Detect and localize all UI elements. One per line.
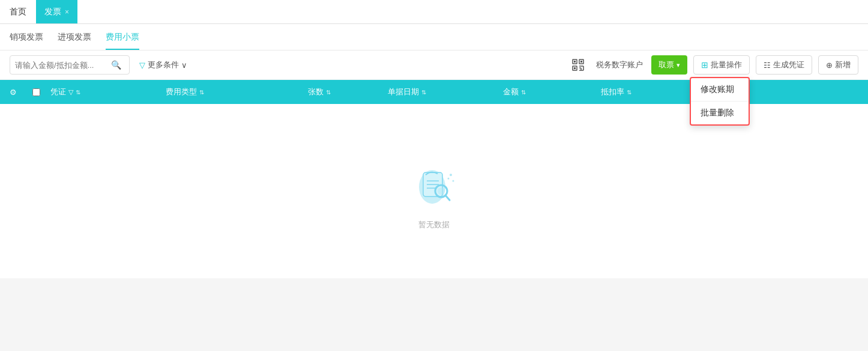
modify-period-item[interactable]: 修改账期 xyxy=(691,78,749,102)
tax-account-label: 税务数字账户 xyxy=(596,60,643,69)
gen-voucher-label: 生成凭证 xyxy=(773,60,804,70)
sub-nav-expense-receipt[interactable]: 费用小票 xyxy=(106,24,139,50)
invoice-tab[interactable]: 发票 × xyxy=(36,0,77,23)
toolbar: 🔍 ▽ 更多条件 ∨ 税务数字账户 xyxy=(0,50,868,80)
sub-nav: 销项发票 进项发票 费用小票 xyxy=(0,24,868,50)
take-ticket-button[interactable]: 取票 ▾ xyxy=(651,55,687,75)
th-amount-sort-icon[interactable]: ⇅ xyxy=(521,89,526,96)
th-date-sort-icon[interactable]: ⇅ xyxy=(421,89,426,96)
th-count[interactable]: 张数 ⇅ xyxy=(303,87,384,97)
batch-op-dropdown: 修改账期 批量删除 xyxy=(690,77,750,126)
th-expense-type-label: 费用类型 xyxy=(166,87,197,97)
svg-point-17 xyxy=(438,188,445,195)
gen-voucher-button[interactable]: ☷ 生成凭证 xyxy=(756,55,812,75)
svg-rect-3 xyxy=(574,61,576,63)
batch-op-label: 批量操作 xyxy=(711,60,742,70)
search-icon: 🔍 xyxy=(111,60,121,70)
take-ticket-label: 取票 xyxy=(659,60,674,70)
invoice-tab-label: 发票 xyxy=(44,7,61,17)
add-icon: ⊕ xyxy=(826,61,833,70)
batch-icon: ⊞ xyxy=(701,60,708,70)
batch-delete-item[interactable]: 批量删除 xyxy=(691,102,749,124)
th-count-label: 张数 xyxy=(308,87,324,97)
th-deduction-rate-sort-icon[interactable]: ⇅ xyxy=(627,89,631,96)
search-input[interactable] xyxy=(15,61,111,70)
filter-icon: ▽ xyxy=(139,61,145,70)
svg-rect-5 xyxy=(574,67,576,69)
th-checkbox[interactable] xyxy=(26,88,46,96)
toolbar-left: 🔍 ▽ 更多条件 ∨ xyxy=(10,55,562,75)
svg-line-18 xyxy=(445,195,450,200)
sub-nav-sales-invoice[interactable]: 销项发票 xyxy=(10,24,43,50)
qr-icon xyxy=(572,59,584,71)
empty-state-icon xyxy=(404,152,464,212)
svg-rect-4 xyxy=(580,61,582,63)
th-voucher-filter-icon: ▽ xyxy=(68,88,73,96)
batch-op-button[interactable]: ⊞ 批量操作 xyxy=(693,55,750,75)
th-voucher-sort-icon[interactable]: ⇅ xyxy=(76,89,80,96)
filter-button[interactable]: ▽ 更多条件 ∨ xyxy=(134,57,192,73)
home-tab[interactable]: 首页 xyxy=(0,0,36,23)
qr-code-button[interactable] xyxy=(568,55,588,75)
svg-point-21 xyxy=(448,178,450,180)
top-nav: 首页 发票 × xyxy=(0,0,868,24)
batch-op-container: ⊞ 批量操作 修改账期 批量删除 xyxy=(693,55,750,75)
select-all-checkbox[interactable] xyxy=(32,88,40,96)
th-amount[interactable]: 金额 ⇅ xyxy=(498,87,596,97)
empty-state-text: 暂无数据 xyxy=(418,219,450,230)
chevron-down-icon: ∨ xyxy=(181,61,187,70)
search-wrap: 🔍 xyxy=(10,55,130,75)
th-expense-type[interactable]: 费用类型 ⇅ xyxy=(161,87,303,97)
add-button[interactable]: ⊕ 新增 xyxy=(818,55,858,75)
home-label: 首页 xyxy=(10,7,26,17)
th-date-label: 单据日期 xyxy=(388,87,419,97)
th-voucher[interactable]: 凭证 ▽ ⇅ xyxy=(46,87,161,97)
th-expense-type-sort-icon[interactable]: ⇅ xyxy=(199,89,204,96)
th-settings[interactable]: ⚙ xyxy=(5,88,26,97)
th-date[interactable]: 单据日期 ⇅ xyxy=(383,87,498,97)
add-label: 新增 xyxy=(835,60,851,70)
th-amount-label: 金额 xyxy=(503,87,519,97)
th-count-sort-icon[interactable]: ⇅ xyxy=(326,89,331,96)
settings-icon: ⚙ xyxy=(10,88,17,97)
empty-state: 暂无数据 xyxy=(0,104,868,278)
th-voucher-label: 凭证 xyxy=(50,87,66,97)
gen-voucher-icon: ☷ xyxy=(764,61,771,70)
filter-label: 更多条件 xyxy=(148,60,179,70)
th-deduction-rate[interactable]: 抵扣率 ⇅ xyxy=(596,87,694,97)
take-ticket-chevron-icon: ▾ xyxy=(677,61,680,69)
tax-account-button[interactable]: 税务数字账户 xyxy=(594,60,645,70)
sub-nav-purchase-invoice[interactable]: 进项发票 xyxy=(58,24,91,50)
close-icon[interactable]: × xyxy=(65,8,69,16)
svg-point-19 xyxy=(450,174,452,176)
toolbar-right: 税务数字账户 取票 ▾ ⊞ 批量操作 修改账期 批量删除 ☷ 生成凭证 xyxy=(568,55,858,75)
th-deduction-rate-label: 抵扣率 xyxy=(601,87,624,97)
svg-point-20 xyxy=(453,180,454,182)
